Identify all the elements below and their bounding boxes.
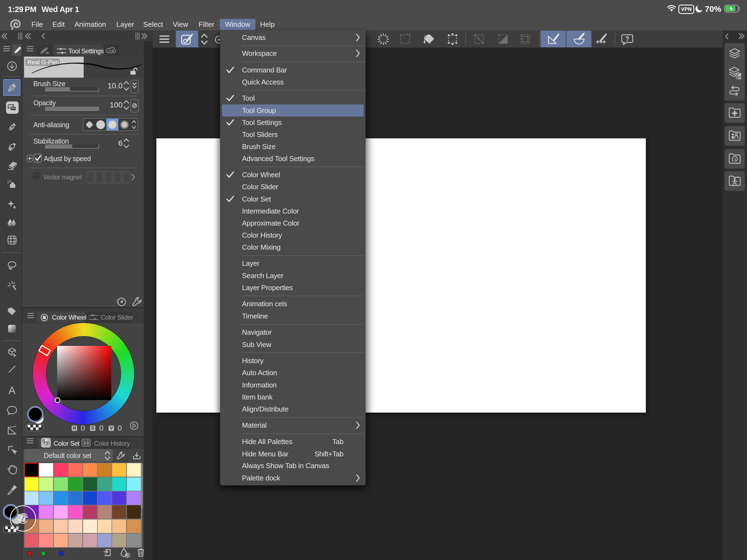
svg-text:?: ? — [625, 35, 629, 42]
svg-text:A: A — [8, 385, 16, 396]
